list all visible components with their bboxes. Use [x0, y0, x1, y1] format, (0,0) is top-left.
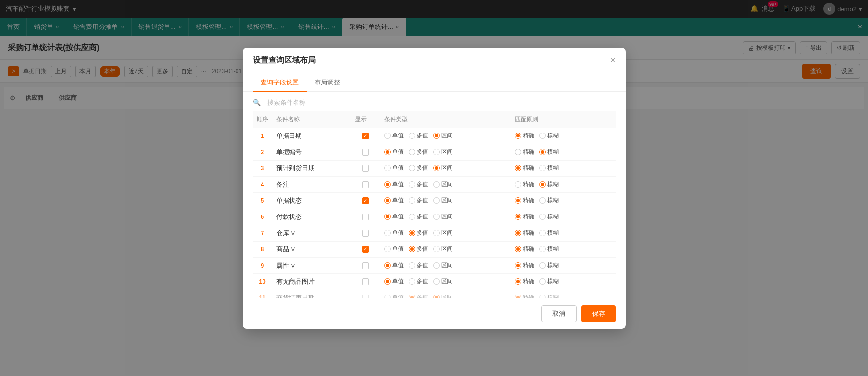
radio-label: 模糊 — [547, 180, 559, 188]
display-checkbox[interactable] — [362, 278, 369, 285]
type-radio-type_multi[interactable]: 多值 — [409, 196, 428, 205]
match-radio-match_fuzzy[interactable]: 模糊 — [539, 213, 559, 221]
type-radio-type_range[interactable]: 区间 — [433, 132, 453, 140]
display-checkbox[interactable] — [362, 197, 369, 204]
type-radio-type_multi[interactable]: 多值 — [409, 261, 428, 269]
match-radio-match_exact[interactable]: 精确 — [515, 277, 534, 286]
type-radio-type_single[interactable]: 单值 — [384, 164, 404, 172]
modal-tab-layout[interactable]: 布局调整 — [307, 74, 348, 92]
type-radio-type_multi[interactable]: 多值 — [409, 164, 428, 172]
type-radio-type_multi[interactable]: 多值 — [409, 132, 428, 140]
radio-dot — [539, 133, 546, 139]
match-radio-match_fuzzy[interactable]: 模糊 — [539, 180, 559, 188]
type-radio-type_multi[interactable]: 多值 — [409, 294, 428, 298]
radio-label: 模糊 — [547, 164, 559, 172]
match-radio-match_exact[interactable]: 精确 — [515, 180, 534, 188]
match-radio-match_exact[interactable]: 精确 — [515, 294, 534, 298]
type-radio-type_range[interactable]: 区间 — [433, 261, 453, 269]
radio-dot — [409, 149, 415, 155]
type-radio-type_single[interactable]: 单值 — [384, 213, 404, 221]
match-radio-match_fuzzy[interactable]: 模糊 — [539, 164, 559, 172]
type-radio-type_range[interactable]: 区间 — [433, 229, 453, 237]
type-radio-type_multi[interactable]: 多值 — [409, 277, 428, 286]
type-radio-type_single[interactable]: 单值 — [384, 277, 404, 286]
match-radio-match_exact[interactable]: 精确 — [515, 229, 534, 237]
type-radio-type_range[interactable]: 区间 — [433, 148, 453, 156]
type-radio-type_multi[interactable]: 多值 — [409, 245, 428, 253]
display-checkbox[interactable] — [362, 246, 369, 253]
match-radio-match_exact[interactable]: 精确 — [515, 245, 534, 253]
cell-name: 付款状态 — [272, 209, 351, 225]
cell-match: 精确模糊 — [511, 241, 615, 257]
type-radio-type_range[interactable]: 区间 — [433, 180, 453, 188]
radio-dot — [409, 230, 415, 236]
radio-label: 区间 — [441, 180, 453, 188]
display-checkbox[interactable] — [362, 214, 369, 220]
cancel-btn[interactable]: 取消 — [541, 305, 577, 322]
type-radio-type_single[interactable]: 单值 — [384, 294, 404, 298]
display-checkbox[interactable] — [362, 165, 369, 172]
type-radio-type_single[interactable]: 单值 — [384, 196, 404, 205]
match-radio-match_fuzzy[interactable]: 模糊 — [539, 229, 559, 237]
display-checkbox[interactable] — [362, 181, 369, 188]
modal-close-btn[interactable]: × — [610, 56, 616, 65]
cell-type: 单值多值区间 — [380, 257, 511, 273]
type-radio-type_range[interactable]: 区间 — [433, 213, 453, 221]
table-row: 6付款状态单值多值区间精确模糊 — [253, 209, 616, 225]
modal-backdrop: 设置查询区域布局 × 查询字段设置 布局调整 🔍 — [0, 0, 868, 376]
modal-search-input[interactable] — [263, 97, 362, 108]
cell-name: 单据状态 — [272, 192, 351, 209]
match-radio-match_fuzzy[interactable]: 模糊 — [539, 132, 559, 140]
radio-label: 多值 — [417, 229, 428, 237]
cell-name: 有无商品图片 — [272, 273, 351, 290]
type-radio-type_single[interactable]: 单值 — [384, 148, 404, 156]
display-checkbox[interactable] — [362, 262, 369, 269]
type-radio-type_range[interactable]: 区间 — [433, 196, 453, 205]
radio-dot — [433, 246, 440, 252]
match-radio-match_fuzzy[interactable]: 模糊 — [539, 148, 559, 156]
type-radio-type_single[interactable]: 单值 — [384, 229, 404, 237]
type-radio-type_range[interactable]: 区间 — [433, 277, 453, 286]
match-radio-match_fuzzy[interactable]: 模糊 — [539, 196, 559, 205]
radio-dot — [515, 214, 521, 220]
match-radio-match_fuzzy[interactable]: 模糊 — [539, 261, 559, 269]
save-btn[interactable]: 保存 — [581, 305, 616, 322]
match-radio-match_fuzzy[interactable]: 模糊 — [539, 294, 559, 298]
type-radio-type_range[interactable]: 区间 — [433, 245, 453, 253]
type-radio-type_multi[interactable]: 多值 — [409, 229, 428, 237]
radio-label: 模糊 — [547, 245, 559, 253]
type-radio-type_single[interactable]: 单值 — [384, 261, 404, 269]
type-radio-type_single[interactable]: 单值 — [384, 132, 404, 140]
match-radio-match_fuzzy[interactable]: 模糊 — [539, 277, 559, 286]
type-radio-type_single[interactable]: 单值 — [384, 245, 404, 253]
display-checkbox[interactable] — [362, 149, 369, 156]
radio-label: 单值 — [392, 164, 404, 172]
cell-name: 交货结束日期 — [272, 290, 351, 298]
display-checkbox[interactable] — [362, 133, 369, 139]
cell-type: 单值多值区间 — [380, 225, 511, 241]
match-radio-match_exact[interactable]: 精确 — [515, 132, 534, 140]
match-radio-match_exact[interactable]: 精确 — [515, 213, 534, 221]
radio-dot — [539, 246, 546, 252]
match-radio-match_exact[interactable]: 精确 — [515, 196, 534, 205]
radio-dot — [515, 181, 521, 188]
type-radio-type_range[interactable]: 区间 — [433, 294, 453, 298]
display-checkbox[interactable] — [362, 230, 369, 237]
type-radio-type_single[interactable]: 单值 — [384, 180, 404, 188]
match-radio-match_exact[interactable]: 精确 — [515, 148, 534, 156]
cell-match: 精确模糊 — [511, 192, 615, 209]
match-radio-match_fuzzy[interactable]: 模糊 — [539, 245, 559, 253]
cell-order: 6 — [253, 209, 272, 225]
match-radio-match_exact[interactable]: 精确 — [515, 261, 534, 269]
type-radio-type_multi[interactable]: 多值 — [409, 148, 428, 156]
display-checkbox[interactable] — [362, 295, 369, 297]
match-radio-match_exact[interactable]: 精确 — [515, 164, 534, 172]
cell-type: 单值多值区间 — [380, 144, 511, 160]
radio-dot — [409, 197, 415, 204]
cell-display — [351, 273, 380, 290]
modal-tab-query-fields[interactable]: 查询字段设置 — [253, 74, 307, 92]
type-radio-type_multi[interactable]: 多值 — [409, 180, 428, 188]
table-row: 1单据日期单值多值区间精确模糊 — [253, 128, 616, 144]
type-radio-type_multi[interactable]: 多值 — [409, 213, 428, 221]
type-radio-type_range[interactable]: 区间 — [433, 164, 453, 172]
